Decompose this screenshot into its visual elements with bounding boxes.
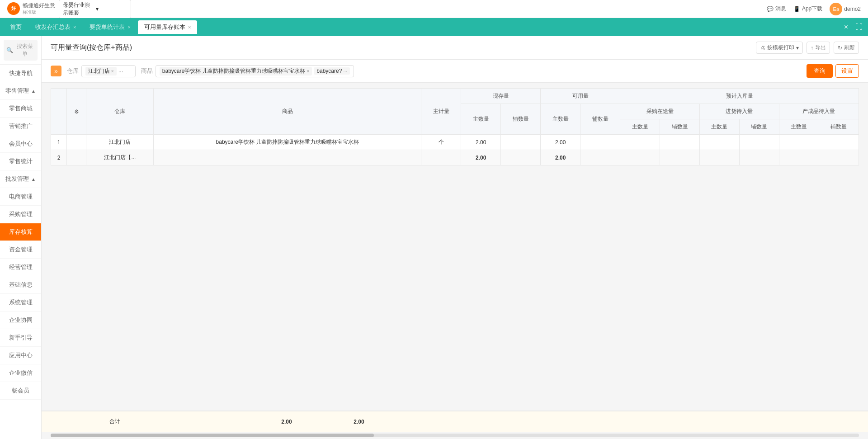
sidebar-item-member[interactable]: 会员中心 <box>0 135 41 153</box>
enterprise-label: 企业协同 <box>9 316 33 323</box>
horizontal-scrollbar[interactable] <box>51 434 859 437</box>
store-chevron-icon: ▾ <box>96 6 127 12</box>
product-tag-container[interactable]: babycare学饮杯 儿童防摔防撞吸管杯重力球吸嘴杯宝宝水杯 × babyca… <box>156 65 354 77</box>
row1-goods-main <box>700 135 740 150</box>
search-menu-button[interactable]: 🔍 搜索菜单 <box>4 40 38 61</box>
tab-receipt-close[interactable]: × <box>73 24 76 30</box>
sidebar-item-retail-mgmt[interactable]: 零售管理 ▲ <box>0 82 41 100</box>
app-download-button[interactable]: 📱 App下载 <box>793 5 822 13</box>
row2-pur-main <box>620 150 660 165</box>
user-name: demo2 <box>844 6 861 12</box>
tab-inventory-close[interactable]: × <box>188 24 191 30</box>
system-label: 系统管理 <box>9 299 33 306</box>
nav-tabs: 首页 收发存汇总表 × 要货单统计表 × 可用量库存账本 × × ⛶ <box>0 18 868 36</box>
wholesale-arrow-icon: ▲ <box>31 177 36 182</box>
row1-avail-aux <box>580 135 620 150</box>
row2-warehouse: 江北门店【... <box>86 150 154 165</box>
sidebar-item-wechat[interactable]: 企业微信 <box>0 364 41 382</box>
tab-order-close[interactable]: × <box>127 24 130 30</box>
row2-stock-main: 2.00 <box>461 150 501 165</box>
sidebar-item-marketing[interactable]: 营销推广 <box>0 118 41 135</box>
th-settings[interactable]: ⚙ <box>67 89 86 135</box>
sidebar-item-ecommerce[interactable]: 电商管理 <box>0 188 41 206</box>
sidebar-item-finance[interactable]: 资金管理 <box>0 241 41 259</box>
fullscreen-button[interactable]: ⛶ <box>854 21 864 33</box>
print-button[interactable]: 🖨 按模板打印 ▾ <box>756 42 803 54</box>
row1-stock-main: 2.00 <box>461 135 501 150</box>
summary-bar: 合计 2.00 2.00 <box>42 411 868 432</box>
row2-prod-aux <box>819 150 859 165</box>
sidebar-item-quick-nav[interactable]: 快捷导航 <box>0 65 41 82</box>
sidebar-item-inventory[interactable]: 库存核算 <box>0 223 41 241</box>
sidebar-item-system[interactable]: 系统管理 <box>0 294 41 312</box>
warehouse-tag-remove[interactable]: × <box>111 69 114 74</box>
product-tag-1-remove[interactable]: × <box>307 69 310 74</box>
row2-prod-main <box>779 150 819 165</box>
row2-avail-aux <box>580 150 620 165</box>
refresh-button[interactable]: ↻ 刷新 <box>834 42 859 54</box>
top-bar-right: 💬 消息 📱 App下载 Ea demo2 <box>767 3 861 15</box>
row1-settings-cell <box>67 135 86 150</box>
tab-home[interactable]: 首页 <box>4 20 28 34</box>
close-all-button[interactable]: × <box>842 21 850 33</box>
retail-mgmt-label: 零售管理 <box>5 87 29 95</box>
data-table: ⚙ 仓库 商品 主计量 现存量 <box>51 88 859 165</box>
summary-table: 合计 2.00 2.00 <box>42 415 868 428</box>
sidebar-item-operations[interactable]: 经营管理 <box>0 259 41 276</box>
product-tag-2-dots[interactable]: ··· <box>343 69 347 74</box>
sidebar-item-vip[interactable]: 畅会员 <box>0 382 41 400</box>
inventory-label: 库存核算 <box>9 228 33 235</box>
export-label: 导出 <box>815 44 826 52</box>
avatar-text: Ea <box>833 6 839 12</box>
tab-inventory-label: 可用量库存账本 <box>144 23 185 31</box>
scrollbar-thumb[interactable] <box>51 434 374 437</box>
message-button[interactable]: 💬 消息 <box>767 5 786 13</box>
store-selector[interactable]: 母婴行业演示账套 ▾ <box>59 0 131 19</box>
sidebar-item-wholesale[interactable]: 批发管理 ▲ <box>0 170 41 188</box>
sidebar-item-retail-stats[interactable]: 零售统计 <box>0 153 41 170</box>
warehouse-tag-container[interactable]: 江北门店 × ··· <box>81 65 136 77</box>
table-row: 1 江北门店 babycare学饮杯 儿童防摔防撞吸管杯重力球吸嘴杯宝宝水杯 个… <box>51 135 859 150</box>
summary-stock-aux <box>305 415 341 428</box>
th-stock-main: 主数量 <box>461 104 501 135</box>
row2-goods-main <box>700 150 740 165</box>
sidebar-search-area: 🔍 搜索菜单 <box>0 36 41 65</box>
tab-order[interactable]: 要货单统计表 × <box>83 20 137 34</box>
th-avail-aux: 辅数量 <box>580 104 620 135</box>
sidebar-item-purchase[interactable]: 采购管理 <box>0 206 41 223</box>
sidebar-item-basic-info[interactable]: 基础信息 <box>0 276 41 294</box>
tab-receipt[interactable]: 收发存汇总表 × <box>29 20 82 34</box>
query-button[interactable]: 查询 <box>807 64 833 78</box>
sidebar-item-app-center[interactable]: 应用中心 <box>0 347 41 364</box>
sidebar-item-enterprise[interactable]: 企业协同 <box>0 312 41 329</box>
sidebar: 🔍 搜索菜单 快捷导航 零售管理 ▲ 零售商城 营销推广 会员中心 零售统计 批… <box>0 36 42 439</box>
app-center-label: 应用中心 <box>9 352 33 359</box>
warehouse-dots[interactable]: ··· <box>118 68 123 75</box>
page-title: 可用量查询(按仓库+商品) <box>51 43 132 52</box>
product-tag-1-text: babycare学饮杯 儿童防摔防撞吸管杯重力球吸嘴杯宝宝水杯 <box>162 67 306 75</box>
product-tag-2-text: babycare? <box>316 68 342 74</box>
finance-label: 资金管理 <box>9 246 33 253</box>
content-area: 可用量查询(按仓库+商品) 🖨 按模板打印 ▾ ↑ 导出 ↻ 刷新 <box>42 36 868 439</box>
th-products-pending-group: 产成品待入量 <box>779 104 859 119</box>
tab-inventory[interactable]: 可用量库存账本 × <box>138 20 197 34</box>
app-download-label: App下载 <box>802 5 822 13</box>
summary-empty-1 <box>42 415 83 428</box>
user-area[interactable]: Ea demo2 <box>830 3 861 15</box>
refresh-label: 刷新 <box>844 44 855 52</box>
row1-goods-aux <box>739 135 779 150</box>
filter-buttons: 查询 设置 <box>807 64 859 78</box>
sidebar-item-retail-store[interactable]: 零售商城 <box>0 100 41 118</box>
sidebar-item-new-guide[interactable]: 新手引导 <box>0 329 41 347</box>
export-button[interactable]: ↑ 导出 <box>807 42 830 54</box>
row2-settings-cell <box>67 150 86 165</box>
settings-button[interactable]: 设置 <box>835 64 859 78</box>
row2-product <box>154 150 421 165</box>
refresh-icon: ↻ <box>838 45 842 51</box>
th-main-unit: 主计量 <box>421 89 461 135</box>
top-bar-left: 好 畅捷通好生意 标准版 母婴行业演示账套 ▾ <box>7 0 131 19</box>
row1-seq: 1 <box>51 135 67 150</box>
summary-rest <box>377 415 868 428</box>
filter-expand-button[interactable]: » <box>51 66 61 76</box>
summary-stock-main: 2.00 <box>269 415 305 428</box>
